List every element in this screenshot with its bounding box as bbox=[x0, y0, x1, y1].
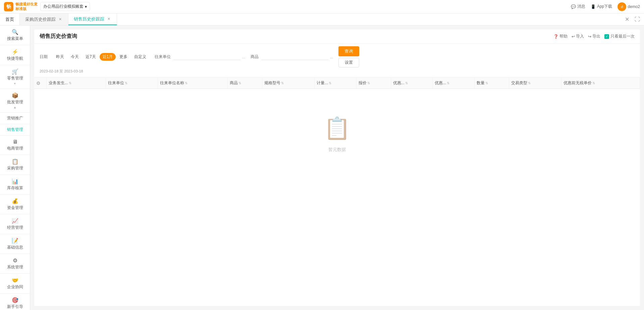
product-input[interactable] bbox=[261, 54, 328, 60]
sidebar-item-finance[interactable]: 💰 资金管理 bbox=[0, 195, 30, 214]
tab-purchase-close[interactable]: ✕ bbox=[58, 17, 63, 22]
sidebar-item-inventory[interactable]: 📊 库存核算 bbox=[0, 175, 30, 195]
partner-input[interactable] bbox=[173, 54, 240, 60]
tab-home-label: 首页 bbox=[5, 16, 14, 22]
sidebar-item-basic[interactable]: 📝 基础信息 bbox=[0, 234, 30, 254]
th-partner-name: 往来单位名称 ⇅ bbox=[158, 78, 228, 89]
help-action[interactable]: ❓ 帮助 bbox=[553, 34, 568, 39]
basic-icon: 📝 bbox=[12, 238, 18, 244]
date-btn-7days[interactable]: 近7天 bbox=[83, 53, 99, 61]
query-button[interactable]: 查询 bbox=[338, 46, 359, 56]
sidebar-item-wholesale[interactable]: 📦 批发管理 ▲ bbox=[0, 89, 30, 113]
th-qty: 数量 ⇅ bbox=[475, 78, 509, 89]
empty-icon: 📋 bbox=[324, 116, 351, 143]
gear-icon[interactable]: ⚙ bbox=[36, 81, 41, 86]
sidebar-item-system[interactable]: ⚙ 系统管理 bbox=[0, 254, 30, 274]
sidebar-enterprise-label: 企业协同 bbox=[7, 284, 23, 290]
empty-state: 📋 暂元数据 bbox=[34, 89, 640, 179]
sort-discount2-icon[interactable]: ⇅ bbox=[447, 81, 449, 85]
settings-button[interactable]: 设置 bbox=[338, 58, 359, 67]
sidebar-item-shortcut[interactable]: ⚡ 快捷导航 bbox=[0, 45, 30, 65]
sidebar-item-marketing[interactable]: 营销推广 bbox=[0, 113, 30, 124]
export-icon: ↪ bbox=[588, 34, 591, 39]
sidebar-item-enterprise[interactable]: 🤝 企业协同 bbox=[0, 274, 30, 294]
sort-product-icon[interactable]: ⇅ bbox=[238, 81, 241, 85]
th-trade-type: 交易类型 ⇅ bbox=[509, 78, 561, 89]
sidebar-item-ecommerce[interactable]: 🖥 电商管理 bbox=[0, 136, 30, 155]
logo-icon: 畅 bbox=[4, 2, 13, 11]
shortcut-icon: ⚡ bbox=[12, 49, 18, 55]
filter-bar: 日期 昨天 今天 近7天 近1月 更多 自定义 往来单位 ... bbox=[34, 43, 640, 77]
sort-spec-icon[interactable]: ⇅ bbox=[281, 81, 284, 85]
page-title: 销售历史价查询 bbox=[40, 33, 77, 40]
message-action[interactable]: 💬 消息 bbox=[571, 4, 585, 9]
sort-partner-code-icon[interactable]: ⇅ bbox=[125, 81, 127, 85]
inventory-icon: 📊 bbox=[12, 178, 18, 185]
tabbar: 首页 采购历史价跟踪 ✕ 销售历史价跟踪 ✕ ✕ ⛶ bbox=[0, 13, 644, 25]
tab-sales-close[interactable]: ✕ bbox=[106, 16, 111, 21]
product-input-group: ... bbox=[261, 54, 333, 60]
date-btn-custom[interactable]: 自定义 bbox=[131, 53, 149, 61]
date-filter-label: 日期 bbox=[40, 54, 48, 60]
tab-sales-label: 销售历史价跟踪 bbox=[74, 16, 104, 22]
header-row: ⚙ 业务发生... ⇅ 往来单位 ⇅ bbox=[34, 78, 640, 89]
sort-biz-date-icon[interactable]: ⇅ bbox=[69, 81, 71, 85]
tab-purchase[interactable]: 采购历史价跟踪 ✕ bbox=[20, 13, 68, 25]
only-last-checkbox[interactable]: ✓ 只看最后一次 bbox=[604, 34, 635, 39]
mobile-icon: 📱 bbox=[591, 4, 596, 9]
sort-qty-icon[interactable]: ⇅ bbox=[485, 81, 488, 85]
sidebar-salesmgmt-label: 销售管理 bbox=[7, 127, 23, 132]
sidebar-item-operations[interactable]: 📈 经营管理 bbox=[0, 214, 30, 234]
data-table: ⚙ 业务发生... ⇅ 往来单位 ⇅ bbox=[34, 78, 640, 179]
sort-price-icon[interactable]: ⇅ bbox=[367, 81, 370, 85]
tab-home[interactable]: 首页 bbox=[0, 13, 20, 25]
app-download-label: App下载 bbox=[597, 4, 612, 9]
th-partner-code: 往来单位 ⇅ bbox=[106, 78, 158, 89]
sidebar-finance-label: 资金管理 bbox=[7, 205, 23, 211]
sidebar-wholesale-label: 批发管理 bbox=[7, 99, 23, 105]
enterprise-icon: 🤝 bbox=[12, 277, 18, 283]
sidebar-ecommerce-label: 电商管理 bbox=[7, 146, 23, 151]
sidebar-item-search[interactable]: 🔍 搜索菜单 bbox=[0, 25, 30, 45]
tab-sales[interactable]: 销售历史价跟踪 ✕ bbox=[68, 13, 117, 25]
sidebar-item-retail[interactable]: 🛒 零售管理 ▾ bbox=[0, 65, 30, 89]
sort-pre-tax-price-icon[interactable]: ⇅ bbox=[592, 81, 595, 85]
ecommerce-icon: 🖥 bbox=[12, 139, 18, 145]
empty-state-row: 📋 暂元数据 bbox=[34, 89, 640, 180]
app-selector[interactable]: 办公用品行业模拟账套 ▾ bbox=[40, 2, 90, 11]
message-icon: 💬 bbox=[571, 4, 576, 9]
product-input-dots[interactable]: ... bbox=[330, 55, 333, 59]
sort-discount1-icon[interactable]: ⇅ bbox=[405, 81, 408, 85]
sidebar-item-purchase[interactable]: 📋 采购管理 bbox=[0, 155, 30, 175]
export-action[interactable]: ↪ 导出 bbox=[588, 34, 600, 39]
sort-partner-name-icon[interactable]: ⇅ bbox=[185, 81, 187, 85]
table-body: 📋 暂元数据 bbox=[34, 89, 640, 180]
sort-unit-icon[interactable]: ⇅ bbox=[329, 81, 331, 85]
sidebar-basic-label: 基础信息 bbox=[7, 245, 23, 250]
empty-state-cell: 📋 暂元数据 bbox=[34, 89, 640, 180]
user-name: demo2 bbox=[628, 4, 640, 9]
app-download-action[interactable]: 📱 App下载 bbox=[591, 4, 612, 9]
maximize-btn[interactable]: ⛶ bbox=[633, 16, 641, 23]
date-btn-today[interactable]: 今天 bbox=[68, 53, 82, 61]
newbie-icon: 🎯 bbox=[12, 297, 18, 303]
help-label: 帮助 bbox=[559, 34, 568, 39]
sidebar-item-salesmgmt[interactable]: 销售管理 bbox=[0, 124, 30, 136]
th-product: 商品 ⇅ bbox=[228, 78, 262, 89]
avatar: d bbox=[618, 2, 626, 11]
user-area[interactable]: d demo2 bbox=[618, 2, 640, 11]
sidebar-retail-label: 零售管理 bbox=[7, 75, 23, 81]
page-actions: ❓ 帮助 ↩ 导入 ↪ 导出 ✓ 只看最后一次 bbox=[553, 34, 635, 39]
content-area: 销售历史价查询 ❓ 帮助 ↩ 导入 ↪ 导出 ✓ 只看最后一次 bbox=[30, 25, 644, 310]
close-all-btn[interactable]: ✕ bbox=[624, 15, 631, 23]
sidebar-item-newbie[interactable]: 🎯 新手引导 bbox=[0, 294, 30, 310]
partner-input-dots[interactable]: ... bbox=[242, 55, 245, 59]
import-action[interactable]: ↩ 导入 bbox=[572, 34, 584, 39]
date-filter: 日期 昨天 今天 近7天 近1月 更多 自定义 往来单位 ... bbox=[40, 46, 359, 74]
date-btn-more[interactable]: 更多 bbox=[116, 53, 130, 61]
date-btn-1month[interactable]: 近1月 bbox=[100, 53, 116, 61]
sidebar-system-label: 系统管理 bbox=[7, 264, 23, 270]
product-filter-label: 商品 bbox=[251, 54, 259, 60]
date-btn-yesterday[interactable]: 昨天 bbox=[53, 53, 67, 61]
sort-trade-type-icon[interactable]: ⇅ bbox=[528, 81, 531, 85]
